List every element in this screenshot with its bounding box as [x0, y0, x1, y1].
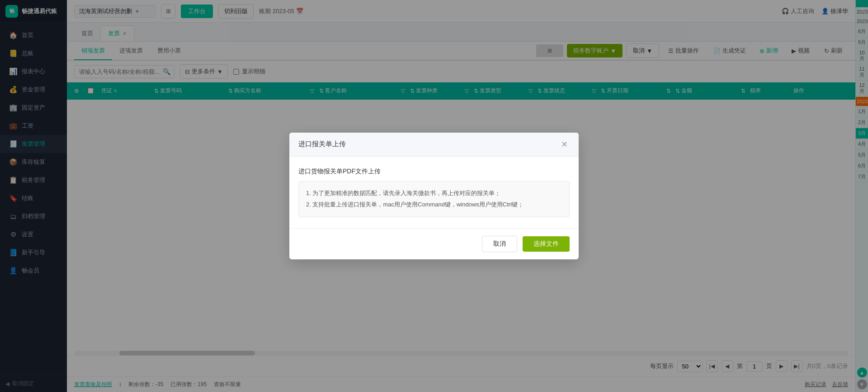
upload-section-title: 进口货物报关单PDF文件上传	[298, 167, 570, 176]
note-1: 1. 为了更加精准的数据匹配，请先录入海关缴款书，再上传对应的报关单；	[306, 188, 562, 198]
modal-cancel-button[interactable]: 取消	[482, 236, 517, 252]
upload-notes: 1. 为了更加精准的数据匹配，请先录入海关缴款书，再上传对应的报关单； 2. 支…	[298, 181, 570, 218]
modal-header: 进口报关单上传 ✕	[289, 133, 579, 157]
modal-overlay[interactable]: 进口报关单上传 ✕ 进口货物报关单PDF文件上传 1. 为了更加精准的数据匹配，…	[0, 0, 868, 392]
note-2: 2. 支持批量上传进口报关单，mac用户使用Command键，windows用户…	[306, 199, 562, 210]
modal-footer: 取消 选择文件	[289, 228, 579, 259]
modal-select-file-button[interactable]: 选择文件	[523, 236, 570, 252]
modal-title: 进口报关单上传	[298, 140, 346, 148]
modal-body: 进口货物报关单PDF文件上传 1. 为了更加精准的数据匹配，请先录入海关缴款书，…	[289, 157, 579, 229]
modal-close-button[interactable]: ✕	[559, 139, 570, 150]
import-modal: 进口报关单上传 ✕ 进口货物报关单PDF文件上传 1. 为了更加精准的数据匹配，…	[289, 133, 579, 260]
